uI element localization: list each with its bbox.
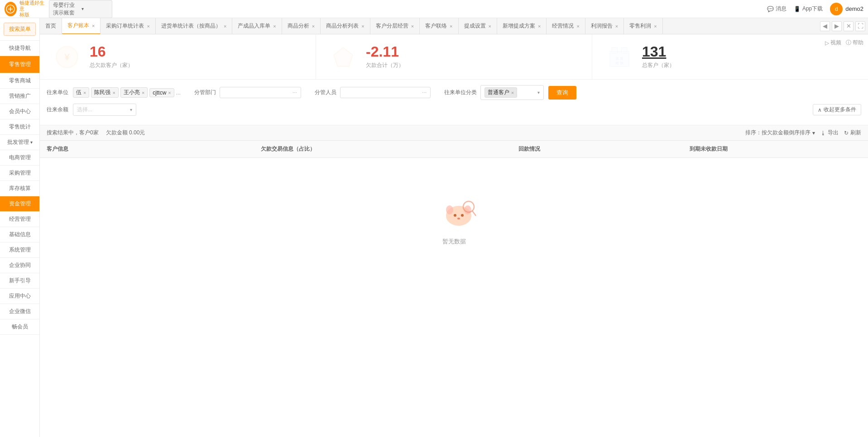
tab-maximize[interactable]: ⛶ <box>855 21 865 31</box>
tab-customer-tier[interactable]: 客户分层经营 × <box>370 18 420 34</box>
export-button[interactable]: ⭳ 导出 <box>820 129 839 137</box>
tab-scroll-right[interactable]: ▶ <box>832 21 842 31</box>
close-tab-retail-profit[interactable]: × <box>654 24 657 29</box>
tab-product-analysis-list[interactable]: 商品分析列表 × <box>321 18 370 34</box>
close-tab-customer-tier[interactable]: × <box>411 24 414 29</box>
sidebar-item-retail-stats[interactable]: 零售统计 <box>0 119 39 135</box>
dept-filter-label: 分管部门 <box>194 89 216 96</box>
stat-card-customers: ¥ 16 总欠款客户（家） <box>40 34 316 79</box>
app-download-button[interactable]: 📱 App下载 <box>794 5 823 13</box>
stat-value-total-customers: 131 <box>642 44 675 59</box>
refresh-button[interactable]: ↻ 刷新 <box>844 129 861 137</box>
sidebar-item-operation[interactable]: 经营管理 <box>0 212 39 227</box>
close-tab-product-analysis-list[interactable]: × <box>361 24 364 29</box>
remove-tag-chen[interactable]: × <box>112 90 115 95</box>
close-tab-business-situation[interactable]: × <box>576 24 579 29</box>
sidebar-item-retail[interactable]: 零售管理 <box>0 56 39 73</box>
close-tab-promotion-settings[interactable]: × <box>489 24 491 29</box>
unit-class-tag[interactable]: 普通客户 × <box>484 87 517 98</box>
sidebar-item-system[interactable]: 系统管理 <box>0 242 39 258</box>
tab-promotion-settings[interactable]: 提成设置 × <box>459 18 497 34</box>
stat-value-customers: 16 <box>90 44 133 59</box>
sidebar-item-member[interactable]: 会员中心 <box>0 104 39 119</box>
sidebar-item-enterprise-wechat[interactable]: 企业微信 <box>0 304 39 319</box>
stat-info-customers: 16 总欠款客户（家） <box>90 44 133 69</box>
tab-profit-report[interactable]: 利润报告 × <box>585 18 624 34</box>
demo-select[interactable]: 母婴行业演示账套 ▾ <box>49 0 112 18</box>
unit-class-select[interactable]: 普通客户 × ▾ <box>480 85 544 100</box>
svg-point-14 <box>454 214 456 217</box>
tab-scroll-left[interactable]: ◀ <box>820 21 830 31</box>
balance-select[interactable]: 选择... ▾ <box>73 104 136 116</box>
remove-unit-class[interactable]: × <box>511 90 514 95</box>
tab-close-all[interactable]: ✕ <box>844 21 854 31</box>
tab-new-promotion[interactable]: 新增提成方案 × <box>497 18 547 34</box>
sidebar-item-enterprise[interactable]: 企业协同 <box>0 258 39 273</box>
user-profile[interactable]: d demo2 <box>830 3 863 15</box>
top-bar-right: 💬 消息 📱 App下载 d demo2 <box>767 3 863 15</box>
search-button[interactable]: 查询 <box>548 86 576 100</box>
help-button[interactable]: ⓘ 帮助 <box>846 39 863 47</box>
close-tab-stock-stats[interactable]: × <box>224 24 226 29</box>
tab-home[interactable]: 首页 <box>40 18 62 34</box>
tab-retail-profit[interactable]: 零售利润 × <box>624 18 662 34</box>
close-tab-product-analysis[interactable]: × <box>312 24 315 29</box>
svg-point-15 <box>461 214 464 217</box>
quick-nav-button[interactable]: 快捷导航 <box>0 41 39 56</box>
close-tab-customer-contact[interactable]: × <box>450 24 452 29</box>
sidebar-item-ecommerce[interactable]: 电商管理 <box>0 150 39 166</box>
sidebar-item-wholesale[interactable]: 批发管理 ▾ <box>0 135 39 150</box>
filter-tag-wang[interactable]: 王小亮 × <box>120 87 148 98</box>
video-help-button[interactable]: ▷ 视频 <box>825 39 841 47</box>
sidebar-item-purchase[interactable]: 采购管理 <box>0 166 39 181</box>
filter-tag-cj[interactable]: cjttcw × <box>149 88 174 97</box>
sort-select[interactable]: 排序：按欠款金额倒序排序 ▾ <box>745 129 815 137</box>
sidebar-item-marketing[interactable]: 营销推广 <box>0 89 39 104</box>
table-header: 客户信息 欠款交易信息（占比） 回款情况 到期未收款日期 <box>40 141 868 158</box>
svg-point-12 <box>446 205 453 214</box>
sidebar-item-finance[interactable]: 资金管理 <box>0 196 39 212</box>
collapse-button[interactable]: ∧ 收起更多条件 <box>813 104 861 115</box>
svg-rect-6 <box>621 48 627 53</box>
message-button[interactable]: 💬 消息 <box>767 5 786 13</box>
sidebar-item-retail-mall[interactable]: 零售商城 <box>0 73 39 89</box>
tab-accounts[interactable]: 客户账本 × <box>62 18 101 34</box>
stat-info-total-customers: 131 总客户（家） <box>642 44 675 69</box>
sidebar-item-inventory[interactable]: 库存核算 <box>0 181 39 196</box>
dept-select[interactable]: ⋯ <box>220 87 301 98</box>
sidebar-item-new-guide[interactable]: 新手引导 <box>0 273 39 289</box>
person-select[interactable]: ⋯ <box>340 87 431 98</box>
content-area: 首页 客户账本 × 采购订单统计表 × 进货单统计表（按商品） × 产成品入库单… <box>40 18 868 437</box>
tab-purchase-orders[interactable]: 采购订单统计表 × <box>101 18 155 34</box>
remove-tag-wu[interactable]: × <box>83 90 86 95</box>
unit-filter-tags: 伍 × 陈民强 × 王小亮 × cjttcw × <box>73 87 181 98</box>
remove-tag-wang[interactable]: × <box>142 90 144 95</box>
sidebar-item-vip[interactable]: 畅会员 <box>0 319 39 335</box>
svg-rect-5 <box>612 48 618 53</box>
tab-production[interactable]: 产成品入库单 × <box>232 18 282 34</box>
tab-controls: ◀ ▶ ✕ ⛶ <box>817 21 868 31</box>
logo-area: 畅捷通好生意 标版 <box>5 0 44 18</box>
sidebar-search-area: 搜索菜单 <box>0 18 39 41</box>
person-filter-label: 分管人员 <box>315 89 336 96</box>
close-tab-production[interactable]: × <box>273 24 276 29</box>
close-tab-purchase-orders[interactable]: × <box>147 24 149 29</box>
balance-chevron-down-icon: ▾ <box>130 107 132 112</box>
remove-tag-cj[interactable]: × <box>168 90 171 95</box>
tab-customer-contact[interactable]: 客户联络 × <box>420 18 458 34</box>
search-menu-button[interactable]: 搜索菜单 <box>4 23 36 36</box>
tab-stock-stats[interactable]: 进货单统计表（按商品） × <box>156 18 232 34</box>
tab-product-analysis[interactable]: 商品分析 × <box>282 18 321 34</box>
sidebar-item-app-center[interactable]: 应用中心 <box>0 289 39 304</box>
sidebar: 搜索菜单 快捷导航 零售管理 零售商城 营销推广 会员中心 零售统计 批发管理 … <box>0 18 40 437</box>
close-tab-accounts[interactable]: × <box>92 23 95 28</box>
tab-business-situation[interactable]: 经营情况 × <box>547 18 585 34</box>
close-tab-profit-report[interactable]: × <box>615 24 618 29</box>
filter-tag-wu[interactable]: 伍 × <box>73 87 89 98</box>
filter-tag-chen[interactable]: 陈民强 × <box>91 87 118 98</box>
sidebar-item-basic-info[interactable]: 基础信息 <box>0 227 39 242</box>
filter-more-button[interactable]: ... <box>176 90 181 96</box>
amount-text: 欠款金额 0.00元 <box>106 129 145 137</box>
close-tab-new-promotion[interactable]: × <box>538 24 541 29</box>
filter-row-1: 往来单位 伍 × 陈民强 × 王小亮 × <box>47 85 861 100</box>
